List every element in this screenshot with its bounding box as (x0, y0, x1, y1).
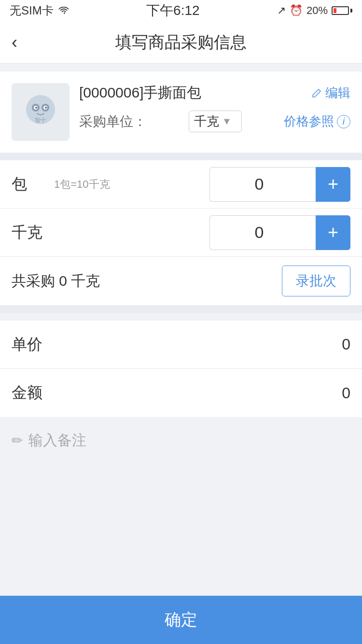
unit-row: 采购单位： 千克 ▼ 价格参照 i (79, 111, 350, 132)
status-right: ↗ ⏰ 20% (277, 4, 352, 17)
kg-plus-button[interactable]: + (316, 215, 350, 250)
section-divider-2 (0, 305, 362, 313)
battery-icon (332, 6, 352, 15)
bao-input[interactable] (209, 167, 316, 202)
input-section: 包 1包=10千克 + 千克 + (0, 160, 362, 257)
notes-placeholder: 输入备注 (28, 431, 86, 450)
notes-section[interactable]: ✏ 输入备注 (0, 417, 362, 464)
confirm-button[interactable]: 确定 (165, 609, 197, 631)
edit-button[interactable]: 编辑 (311, 84, 350, 101)
pencil-icon: ✏ (12, 433, 23, 448)
amount-row: 金额 0 (0, 369, 362, 417)
batch-button[interactable]: 录批次 (282, 266, 350, 296)
status-bar: 无SIM卡 下午6:12 ↗ ⏰ 20% (0, 0, 362, 21)
product-info: [0000006]手撕面包 编辑 采购单位： 千克 ▼ 价格参照 i (79, 83, 350, 132)
info-icon: i (337, 115, 350, 128)
price-reference-button[interactable]: 价格参照 i (284, 113, 350, 130)
alarm-icon: ⏰ (290, 4, 303, 17)
unit-price-value: 0 (342, 336, 350, 353)
unit-price-row: 单价 0 (0, 321, 362, 369)
svg-point-5 (35, 107, 37, 109)
kg-label: 千克 (12, 222, 50, 243)
svg-text:智十: 智十 (35, 117, 46, 124)
battery-percent: 20% (306, 4, 328, 17)
svg-point-6 (45, 107, 47, 109)
total-text: 共采购 0 千克 (12, 271, 100, 291)
amount-label: 金额 (12, 382, 42, 404)
total-row: 共采购 0 千克 录批次 (0, 257, 362, 305)
product-logo: 智十 (23, 92, 58, 132)
bao-plus-button[interactable]: + (316, 167, 350, 202)
section-divider-1 (0, 153, 362, 160)
location-icon: ↗ (277, 4, 286, 17)
kg-input-wrapper: + (209, 215, 350, 250)
kg-input-row: 千克 + (0, 209, 362, 257)
confirm-bar[interactable]: 确定 (0, 596, 362, 644)
nav-bar: ‹ 填写商品采购信息 (0, 21, 362, 64)
bao-input-wrapper: + (209, 167, 350, 202)
unit-label: 采购单位： (79, 112, 147, 131)
product-image: 智十 (12, 83, 70, 141)
unit-select-value: 千克 (194, 113, 219, 130)
amount-value: 0 (342, 384, 350, 402)
carrier-text: 无SIM卡 (10, 3, 54, 18)
page-title: 填写商品采购信息 (115, 31, 247, 54)
bao-sublabel: 1包=10千克 (54, 177, 209, 192)
unit-price-label: 单价 (12, 334, 42, 355)
chevron-down-icon: ▼ (222, 116, 232, 127)
price-section: 单价 0 金额 0 (0, 321, 362, 417)
back-button[interactable]: ‹ (12, 32, 17, 53)
product-card: 智十 [0000006]手撕面包 编辑 采购单位： 千克 ▼ 价格参照 i (0, 71, 362, 153)
bao-label: 包 (12, 174, 50, 195)
status-left: 无SIM卡 (10, 3, 69, 18)
product-name-row: [0000006]手撕面包 编辑 (79, 83, 350, 103)
product-name: [0000006]手撕面包 (79, 83, 201, 103)
unit-select-dropdown[interactable]: 千克 ▼ (189, 111, 242, 132)
status-time: 下午6:12 (146, 1, 200, 20)
kg-input[interactable] (209, 215, 316, 250)
wifi-icon (58, 4, 69, 17)
bao-input-row: 包 1包=10千克 + (0, 160, 362, 209)
price-ref-label: 价格参照 (284, 113, 334, 130)
